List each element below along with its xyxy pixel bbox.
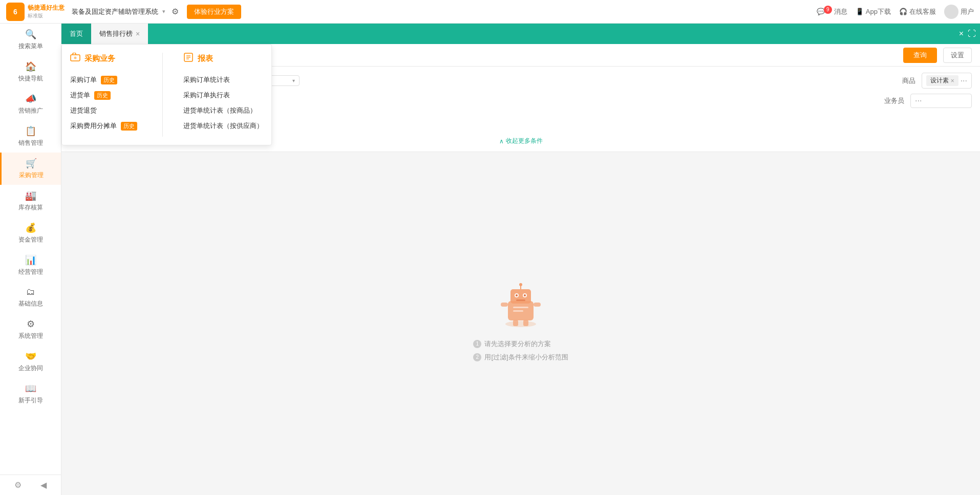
purchase-icon: 🛒 (26, 158, 37, 169)
inventory-icon: 🏭 (25, 190, 36, 201)
sidebar-item-finance[interactable]: 💰 资金管理 (0, 217, 61, 249)
sidebar-item-label: 经营管理 (18, 268, 43, 276)
menu-item-goods-return[interactable]: 进货退货 (70, 106, 142, 115)
operation-icon: 📊 (25, 254, 36, 266)
tip-item-2: 2 用[过滤]条件来缩小分析范围 (473, 351, 568, 364)
menu-divider (162, 53, 163, 137)
goods-input[interactable]: 设计素 × ··· (922, 73, 972, 89)
settings-icon[interactable]: ⚙ (172, 7, 179, 16)
sidebar-item-label: 搜索菜单 (18, 42, 43, 51)
setting-button[interactable]: 设置 (943, 48, 972, 63)
logo-area: 6 畅捷通好生意 标准版 (6, 3, 68, 21)
svg-rect-17 (523, 320, 528, 326)
main-content: 1 请先选择要分析的方案 2 用[过滤]条件来缩小分析范围 (61, 152, 980, 495)
goods-tag: 设计素 × (926, 75, 958, 86)
svg-point-10 (519, 283, 522, 286)
headset-icon: 🎧 (899, 8, 907, 15)
tab-bar: 首页 销售排行榜 × × ⛶ (61, 24, 980, 44)
sidebar-item-label: 资金管理 (18, 235, 43, 244)
goods-label: 商品 (902, 76, 915, 85)
sidebar-item-basic[interactable]: 🗂 基础信息 (0, 282, 61, 313)
finance-icon: 💰 (25, 222, 36, 233)
goods-by-product-label: 进货单统计表（按商品） (183, 106, 257, 115)
tab-rank[interactable]: 销售排行榜 × (91, 24, 148, 44)
sidebar-item-label: 系统管理 (18, 332, 43, 340)
tab-home[interactable]: 首页 (61, 24, 91, 44)
system-title: 装备及固定资产辅助管理系统 (72, 7, 158, 16)
purchase-order-label: 采购订单 (70, 75, 97, 84)
empty-illustration (493, 283, 549, 329)
purchase-expense-label: 采购费用分摊单 (70, 121, 117, 131)
app-download-button[interactable]: 📱 App下载 (856, 7, 891, 16)
menu-item-purchase-expense[interactable]: 采购费用分摊单 历史 (70, 121, 142, 131)
purchase-section-icon (70, 53, 80, 64)
home-icon: 🏠 (25, 61, 36, 72)
menu-item-purchase-order[interactable]: 采购订单 历史 (70, 75, 142, 84)
salesman-more-btn[interactable]: ··· (915, 96, 922, 105)
svg-point-2 (505, 321, 536, 327)
system-dropdown-icon[interactable]: ▾ (162, 8, 165, 15)
report-section-title: 报表 (183, 53, 263, 68)
svg-text:6: 6 (13, 8, 17, 16)
message-badge: 9 (824, 6, 832, 14)
sidebar-item-inventory[interactable]: 🏭 库存核算 (0, 185, 61, 217)
collapse-sidebar-icon[interactable]: ◀ (40, 480, 47, 490)
purchase-menu-section: 采购业务 采购订单 历史 进货单 历史 进货退货 采购费用分摊单 历史 (70, 53, 142, 137)
restore-icon[interactable]: × (959, 29, 964, 38)
sidebar-item-label: 销售管理 (18, 139, 43, 147)
menu-item-goods-by-supplier[interactable]: 进货单统计表（按供应商） (183, 121, 263, 131)
collapse-icon: ∧ (499, 138, 504, 145)
salesman-label: 业务员 (884, 96, 904, 105)
sidebar-item-label: 企业协同 (18, 364, 43, 373)
sidebar-item-purchase[interactable]: 🛒 采购管理 (0, 153, 61, 185)
sidebar-item-quick-nav[interactable]: 🏠 快捷导航 (0, 56, 61, 88)
purchase-order-exec-label: 采购订单执行表 (183, 91, 230, 100)
logo-text: 畅捷通好生意 标准版 (28, 4, 65, 19)
menu-item-goods-by-product[interactable]: 进货单统计表（按商品） (183, 106, 263, 115)
sidebar-item-label: 营销推广 (18, 106, 43, 115)
sidebar-item-sales[interactable]: 📋 销售管理 (0, 120, 61, 153)
menu-item-goods-receipt[interactable]: 进货单 历史 (70, 91, 142, 100)
svg-rect-14 (513, 307, 528, 308)
sidebar-item-guide[interactable]: 📖 新手引导 (0, 378, 61, 410)
maximize-icon[interactable]: ⛶ (968, 29, 976, 38)
salesman-input[interactable]: ··· (910, 94, 972, 108)
sidebar-item-label: 采购管理 (19, 171, 44, 180)
goods-more-btn[interactable]: ··· (961, 76, 967, 85)
sidebar-item-system[interactable]: ⚙ 系统管理 (0, 313, 61, 346)
purchase-expense-history-tag: 历史 (121, 122, 137, 131)
sidebar-item-label: 基础信息 (18, 299, 43, 308)
top-bar: 6 畅捷通好生意 标准版 装备及固定资产辅助管理系统 ▾ ⚙ 体验行业方案 💬 … (0, 0, 980, 24)
online-service-button[interactable]: 🎧 在线客服 (899, 7, 936, 16)
sidebar-item-search[interactable]: 🔍 搜索菜单 (0, 24, 61, 56)
empty-state: 1 请先选择要分析的方案 2 用[过滤]条件来缩小分析范围 (473, 283, 568, 364)
query-button[interactable]: 查询 (903, 48, 937, 63)
menu-item-purchase-order-stat[interactable]: 采购订单统计表 (183, 75, 263, 84)
menu-item-purchase-order-exec[interactable]: 采购订单执行表 (183, 91, 263, 100)
enterprise-icon: 🤝 (25, 351, 36, 362)
sidebar-item-operation[interactable]: 📊 经营管理 (0, 249, 61, 282)
sidebar: 🔍 搜索菜单 🏠 快捷导航 📣 营销推广 📋 销售管理 🛒 采购管理 🏭 库存核… (0, 24, 61, 495)
tab-bar-right: × ⛶ (959, 29, 980, 38)
rank-tab-label: 销售排行榜 (99, 29, 133, 38)
dropdown-menu: 采购业务 采购订单 历史 进货单 历史 进货退货 采购费用分摊单 历史 (61, 44, 272, 145)
guide-icon: 📖 (25, 383, 36, 394)
svg-rect-12 (501, 303, 508, 307)
svg-rect-15 (513, 310, 523, 312)
goods-tag-close[interactable]: × (951, 77, 954, 84)
sidebar-item-enterprise[interactable]: 🤝 企业协同 (0, 346, 61, 378)
phone-icon: 📱 (856, 8, 864, 15)
sidebar-item-label: 新手引导 (18, 396, 43, 405)
bottom-settings-icon[interactable]: ⚙ (14, 480, 22, 490)
message-button[interactable]: 💬 9 消息 (817, 7, 847, 16)
industry-button[interactable]: 体验行业方案 (187, 5, 241, 19)
sidebar-item-marketing[interactable]: 📣 营销推广 (0, 88, 61, 120)
collapse-button[interactable]: ∧ 收起更多条件 (499, 137, 543, 145)
top-right: 💬 9 消息 📱 App下载 🎧 在线客服 用户 (817, 5, 974, 19)
goods-receipt-history-tag: 历史 (94, 91, 111, 100)
user-button[interactable]: 用户 (944, 5, 974, 19)
basic-icon: 🗂 (26, 287, 35, 297)
sidebar-bottom: ⚙ ◀ (0, 475, 61, 495)
tab-close-icon[interactable]: × (136, 30, 140, 38)
search-icon: 🔍 (25, 29, 36, 40)
